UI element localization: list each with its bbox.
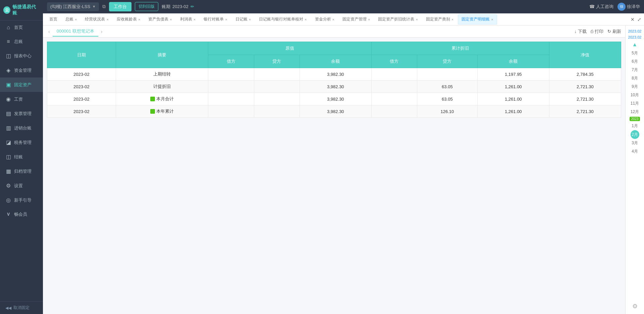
tab-journal[interactable]: 日记账 × [232, 14, 255, 24]
month-3[interactable]: 3月 [626, 139, 644, 147]
scroll-up-icon[interactable]: ▲ [631, 40, 639, 49]
cell-orig-credit [254, 81, 300, 93]
help-label: 人工咨询 [596, 4, 613, 10]
month-5[interactable]: 5月 [626, 49, 644, 57]
sidebar-item-home[interactable]: ⌂ 首页 [0, 20, 43, 35]
sidebar-item-fund[interactable]: ◈ 资金管理 [0, 63, 43, 77]
workbench-button[interactable]: 工作台 [109, 2, 131, 11]
sidebar-item-tax[interactable]: ◪ 税务管理 [0, 135, 43, 150]
panel-date-top2[interactable]: 2023.02 [626, 34, 644, 40]
month-11[interactable]: 11月 [626, 99, 644, 108]
th-abstract: 摘要 [116, 42, 208, 68]
tab-label: 资产负债表 [148, 16, 168, 22]
sidebar-item-label: 新手引导 [14, 197, 32, 203]
avatar: 徐 [618, 3, 626, 11]
tab-close-icon[interactable]: × [451, 17, 453, 21]
tab-close-icon[interactable]: × [491, 17, 493, 21]
sidebar-item-payroll[interactable]: ◉ 工资 [0, 92, 43, 106]
panel-settings-icon[interactable]: ⚙ [631, 301, 639, 311]
month-1[interactable]: 1月 [626, 122, 644, 130]
payroll-icon: ◉ [5, 96, 11, 102]
sidebar: 云 畅捷通易代账 ⌂ 首页 ≡ 总账 ◫ 报表中心 ◈ 资金管理 ▣ 固定资产 … [0, 0, 43, 314]
copy-icon[interactable]: ⧉ [102, 4, 106, 9]
th-orig-credit: 贷方 [254, 55, 300, 68]
tab-profit[interactable]: 利润表 × [176, 14, 199, 24]
tab-close-icon[interactable]: × [416, 17, 418, 21]
month-12[interactable]: 12月 [626, 108, 644, 116]
maximize-icon[interactable]: ⤢ [637, 17, 641, 22]
tab-close-icon[interactable]: × [332, 17, 334, 21]
th-accum-group: 累计折旧 [371, 42, 549, 55]
download-button[interactable]: ↓ 下载 [575, 29, 587, 35]
sidebar-item-reports[interactable]: ◫ 报表中心 [0, 49, 43, 63]
month-4[interactable]: 4月 [626, 147, 644, 156]
print-button[interactable]: ⎙ 打印 [591, 29, 603, 35]
tab-close-icon[interactable]: × [106, 17, 108, 21]
sidebar-item-sales[interactable]: ▥ 进销台账 [0, 121, 43, 135]
tab-close-icon[interactable]: × [249, 17, 251, 21]
sidebar-item-label: 首页 [14, 24, 23, 31]
sidebar-item-fixed-assets[interactable]: ▣ 固定资产 [0, 77, 43, 92]
sidebar-item-label: 畅会员 [14, 211, 27, 217]
refresh-button[interactable]: ↻ 刷新 [607, 29, 621, 35]
th-orig-balance: 余额 [300, 55, 371, 68]
tab-close-icon[interactable]: × [225, 17, 227, 21]
sidebar-item-ledger[interactable]: ≡ 总账 [0, 35, 43, 49]
guide-icon: ◎ [5, 197, 11, 203]
tab-business[interactable]: 经营状况表 × [81, 14, 112, 24]
month-10[interactable]: 10月 [626, 91, 644, 99]
cell-accum-debit [371, 93, 417, 105]
sidebar-item-label: 进销台账 [14, 125, 32, 131]
tab-close-icon[interactable]: × [170, 17, 172, 21]
month-8[interactable]: 8月 [626, 74, 644, 83]
switch-version-button[interactable]: 切到旧版 [135, 2, 158, 11]
fund-icon: ◈ [5, 67, 11, 73]
subtab-next-icon[interactable]: › [100, 29, 104, 34]
sidebar-item-member[interactable]: V 畅会员 [0, 207, 43, 221]
member-icon: V [5, 212, 11, 217]
sidebar-item-settings[interactable]: ⚙ 设置 [0, 178, 43, 193]
sidebar-item-close[interactable]: ◫ 结账 [0, 150, 43, 164]
pin-toggle[interactable]: ◀◀ 取消固定 [0, 301, 43, 314]
tab-bank-statement[interactable]: 银行对账单 × [200, 14, 231, 24]
tab-close-icon[interactable]: × [368, 17, 370, 21]
tab-label: 应收账龄表 [117, 16, 137, 22]
tab-fixed-depr[interactable]: 固定资产折旧统计表 × [374, 14, 421, 24]
month-6[interactable]: 6月 [626, 57, 644, 66]
tab-fund-analysis[interactable]: 资金分析 × [311, 14, 338, 24]
tab-ledger[interactable]: 总账 × [62, 14, 80, 24]
panel-date-top1[interactable]: 2023.02 [626, 28, 644, 34]
home-icon: ⌂ [5, 24, 11, 31]
subtab-prev-icon[interactable]: ‹ [47, 29, 51, 34]
tab-close-icon[interactable]: × [305, 17, 307, 21]
tab-fixed-detail[interactable]: 固定资产明细账 × [458, 14, 497, 24]
company-selector[interactable]: (勾稽) 江西服业-LSS ▼ [47, 2, 99, 11]
table-row: 2023-02 计提折旧 3,982.30 63.05 1,261.00 2,7… [47, 81, 621, 93]
tab-home[interactable]: 首页 [46, 14, 61, 24]
tab-close-icon[interactable]: × [75, 17, 77, 21]
user-menu[interactable]: 徐 徐泽华 [618, 3, 640, 11]
period-edit-icon[interactable]: ✏ [191, 4, 194, 9]
tab-bank-check[interactable]: 日记账与银行对账单核对 × [255, 14, 310, 24]
close-all-icon[interactable]: ✕ [631, 17, 635, 22]
sidebar-item-label: 报表中心 [14, 53, 32, 59]
tab-close-icon[interactable]: × [138, 17, 140, 21]
row-badge [150, 97, 155, 101]
chevron-down-icon: ▼ [92, 5, 96, 8]
sidebar-item-guide[interactable]: ◎ 新手引导 [0, 193, 43, 207]
month-9[interactable]: 9月 [626, 83, 644, 91]
month-7[interactable]: 7月 [626, 66, 644, 74]
sidebar-item-archive[interactable]: ▦ 归档管理 [0, 164, 43, 178]
tab-receivable[interactable]: 应收账龄表 × [113, 14, 144, 24]
month-2-active[interactable]: 2月 [631, 130, 639, 139]
tab-balance[interactable]: 资产负债表 × [145, 14, 175, 24]
tab-fixed-mgmt[interactable]: 固定资产管理 × [339, 14, 374, 24]
page-content: ‹ 000001 联想笔记本 › ↓ 下载 ⎙ 打印 [43, 25, 644, 314]
subtab-asset-001[interactable]: 000001 联想笔记本 [53, 27, 98, 37]
sidebar-item-label: 资金管理 [14, 67, 32, 73]
sidebar-item-invoice[interactable]: ▤ 发票管理 [0, 106, 43, 121]
tab-fixed-cat[interactable]: 固定资产类别 × [422, 14, 457, 24]
help-button[interactable]: ☎ 人工咨询 [589, 4, 613, 10]
tab-close-icon[interactable]: × [194, 17, 196, 21]
period-display: 账期 2023-02 ✏ [162, 4, 194, 10]
